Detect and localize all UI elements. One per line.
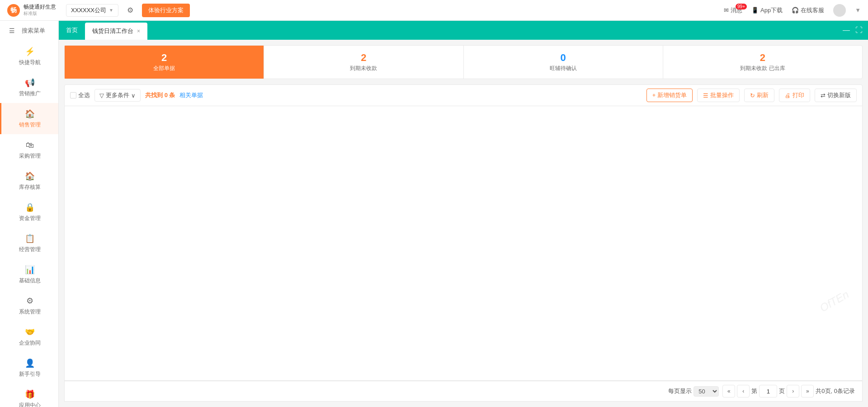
stat-label-pending: 旺辅待确认 (550, 65, 577, 72)
download-icon: 📱 (751, 7, 759, 14)
search-icon: ☰ (6, 25, 17, 36)
logo-badge: 标准版 (24, 10, 56, 17)
chevron-down-icon: ▼ (855, 7, 861, 14)
sidebar-item-purchase[interactable]: 🛍 采购管理 (0, 134, 58, 165)
sidebar-search-menu[interactable]: ☰ 搜索菜单 (0, 21, 58, 41)
page-label: 第 (751, 387, 757, 395)
switch-icon: ⇄ (821, 92, 826, 99)
content-area: 首页 钱货日清工作台 × — ⛶ 2 全部单据 2 到期未收款 (59, 21, 868, 407)
sidebar-item-inventory[interactable]: 🏠 库存核算 (0, 165, 58, 196)
message-icon: ✉ (724, 7, 729, 14)
next-page-button[interactable]: › (787, 385, 799, 398)
app-download-label: App下载 (760, 6, 783, 14)
top-bar: 畅 畅捷通好生意 标准版 XXXXXX公司 ▼ ⚙ 体验行业方案 ✉ 消息 99… (0, 0, 868, 21)
company-name: XXXXXX公司 (71, 6, 106, 14)
tab-bar: 首页 钱货日清工作台 × — ⛶ (59, 21, 868, 40)
app-center-icon: 🎁 (24, 389, 35, 400)
page-number-input[interactable] (759, 385, 777, 398)
toolbar-left: 全选 ▽ 更多条件 ∨ 共找到 0 条 相关单据 (70, 89, 641, 102)
gear-icon: ⚙ (127, 6, 133, 14)
add-sales-order-button[interactable]: + 新增销货单 (646, 89, 693, 102)
settings-button[interactable]: ⚙ (124, 4, 137, 17)
filter-button[interactable]: ▽ 更多条件 ∨ (94, 89, 141, 102)
operation-icon: 📋 (24, 233, 35, 244)
prev-page-button[interactable]: ‹ (737, 385, 750, 398)
guide-icon: 👤 (24, 358, 35, 369)
sidebar: ☰ 搜索菜单 ⚡ 快捷导航 📢 营销推广 🏠 销售管理 🛍 采购管理 🏠 库存核… (0, 21, 59, 407)
print-icon: 🖨 (785, 92, 791, 99)
quick-nav-icon: ⚡ (24, 46, 35, 57)
found-count-text: 共找到 0 条 (145, 91, 175, 99)
tab-home[interactable]: 首页 (59, 21, 85, 40)
avatar[interactable] (833, 4, 846, 17)
stats-bar: 2 全部单据 2 到期未收款 0 旺辅待确认 2 到期未收款 已出库 (64, 45, 863, 79)
sidebar-item-basic-info[interactable]: 📊 基础信息 (0, 259, 58, 290)
related-link[interactable]: 相关单据 (179, 91, 203, 99)
select-all-checkbox[interactable]: 全选 (70, 91, 90, 99)
table-empty-state (65, 106, 862, 380)
message-badge: 99+ (736, 4, 747, 9)
sidebar-item-label: 库存核算 (19, 183, 41, 191)
switch-version-button[interactable]: ⇄ 切换新版 (815, 89, 857, 102)
sidebar-item-system[interactable]: ⚙ 系统管理 (0, 290, 58, 321)
page-nav: « ‹ 第 页 › » 共0页, 0条记录 (722, 385, 855, 398)
stat-card-shipped[interactable]: 2 到期未收款 已出库 (663, 46, 862, 79)
sidebar-item-quick-nav[interactable]: ⚡ 快捷导航 (0, 41, 58, 72)
per-page-label: 每页显示 (668, 387, 692, 395)
switch-label: 切换新版 (827, 91, 851, 99)
refresh-button[interactable]: ↻ 刷新 (744, 89, 774, 102)
sidebar-item-label: 应用中心 (19, 402, 41, 407)
finance-icon: 🔒 (24, 202, 35, 213)
sidebar-item-operation[interactable]: 📋 经营管理 (0, 228, 58, 259)
stat-card-overdue[interactable]: 2 到期未收款 (264, 46, 463, 79)
service-icon: 🎧 (792, 7, 799, 14)
company-selector[interactable]: XXXXXX公司 ▼ (66, 4, 118, 17)
sidebar-item-beginner-guide[interactable]: 👤 新手引导 (0, 352, 58, 384)
user-dropdown[interactable]: ▼ (855, 7, 861, 14)
experience-button[interactable]: 体验行业方案 (142, 4, 190, 17)
stat-label-all: 全部单据 (153, 65, 175, 72)
sidebar-item-label: 营销推广 (19, 90, 41, 98)
sidebar-item-app-center[interactable]: 🎁 应用中心 (0, 384, 58, 407)
app-download-button[interactable]: 📱 App下载 (751, 6, 783, 14)
toolbar-right: + 新增销货单 ☰ 批量操作 ↻ 刷新 🖨 打印 ⇄ (646, 89, 857, 102)
logo-area: 畅 畅捷通好生意 标准版 (7, 4, 66, 17)
sidebar-item-label: 采购管理 (19, 152, 41, 160)
last-page-button[interactable]: » (801, 385, 814, 398)
stat-label-shipped: 到期未收款 已出库 (740, 65, 785, 72)
sidebar-item-label: 资金管理 (19, 215, 41, 222)
found-count: 0 (165, 92, 168, 98)
sidebar-item-enterprise-collab[interactable]: 🤝 企业协同 (0, 321, 58, 352)
checkbox-icon (70, 92, 76, 98)
pagination-bar: 每页显示 50 10 20 100 « ‹ 第 页 › » 共 (64, 381, 863, 402)
tab-close-icon[interactable]: × (137, 28, 140, 34)
tab-home-label: 首页 (66, 26, 78, 34)
tab-cash-flow-label: 钱货日清工作台 (92, 27, 133, 35)
per-page-select: 每页显示 50 10 20 100 (668, 386, 719, 397)
batch-icon: ☰ (703, 92, 708, 99)
print-button[interactable]: 🖨 打印 (779, 89, 810, 102)
online-service-button[interactable]: 🎧 在线客服 (792, 6, 824, 14)
sidebar-item-marketing[interactable]: 📢 营销推广 (0, 72, 58, 103)
batch-label: 批量操作 (710, 91, 734, 99)
top-bar-right: ✉ 消息 99+ 📱 App下载 🎧 在线客服 ▼ (724, 4, 861, 17)
sidebar-item-label: 快捷导航 (19, 59, 41, 66)
chevron-down-icon: ▼ (109, 8, 113, 13)
sidebar-item-sales[interactable]: 🏠 销售管理 (0, 103, 58, 134)
tab-maximize-icon[interactable]: ⛶ (854, 24, 864, 36)
logo-text: 畅捷通好生意 标准版 (24, 4, 56, 17)
tab-minimize-icon[interactable]: — (841, 24, 852, 36)
sidebar-item-label: 系统管理 (19, 308, 41, 316)
stat-card-all[interactable]: 2 全部单据 (65, 46, 264, 79)
purchase-icon: 🛍 (24, 140, 35, 150)
sidebar-item-finance[interactable]: 🔒 资金管理 (0, 196, 58, 228)
filter-icon: ▽ (99, 92, 104, 99)
message-button[interactable]: ✉ 消息 99+ (724, 6, 742, 14)
total-label: 共0页, 0条记录 (816, 387, 855, 395)
per-page-dropdown[interactable]: 50 10 20 100 (693, 386, 719, 397)
stat-card-pending[interactable]: 0 旺辅待确认 (464, 46, 663, 79)
chevron-down-icon: ∨ (131, 92, 136, 99)
tab-cash-flow[interactable]: 钱货日清工作台 × (85, 23, 147, 40)
batch-operation-button[interactable]: ☰ 批量操作 (697, 89, 740, 102)
first-page-button[interactable]: « (722, 385, 735, 398)
